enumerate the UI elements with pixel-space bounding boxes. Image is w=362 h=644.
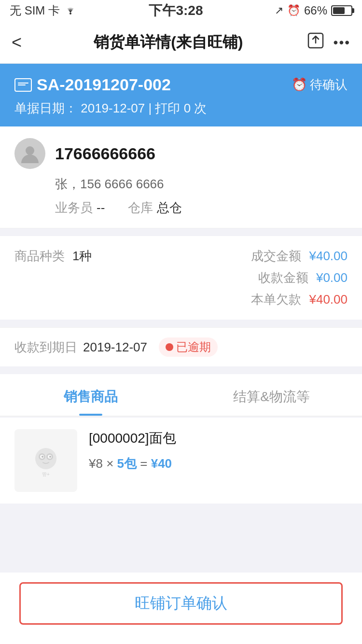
- status-bar: 无 SIM 卡 下午3:28 ↗ ⏰ 66%: [0, 0, 362, 21]
- status-right: ↗ ⏰ 66%: [275, 4, 352, 17]
- product-type-value: 1种: [72, 248, 92, 265]
- order-id: SA-20191207-002: [14, 75, 171, 94]
- amounts-section: 成交金额 ¥40.00 收款金额 ¥0.00 本单欠款 ¥40.00: [251, 248, 348, 308]
- warehouse-value: 总仓: [157, 199, 182, 216]
- carrier-text: 无 SIM 卡: [10, 3, 60, 18]
- customer-card: 17666666666 张，156 6666 6666 业务员 -- 仓库 总仓: [0, 126, 362, 228]
- confirm-btn-container: 旺铺订单确认: [0, 573, 362, 644]
- customer-name: 张，156 6666 6666: [55, 176, 348, 193]
- unit-price: ¥8: [89, 456, 103, 471]
- salesperson-label: 业务员: [55, 199, 93, 216]
- battery-percent: 66%: [304, 4, 327, 17]
- bottom-space: [0, 504, 362, 581]
- warehouse-label: 仓库: [128, 199, 153, 216]
- total-price: ¥40: [151, 456, 172, 471]
- owed-amount-row: 本单欠款 ¥40.00: [251, 291, 348, 308]
- received-value: ¥0.00: [316, 270, 348, 285]
- nav-bar: < 销货单详情(来自旺铺) •••: [0, 21, 362, 64]
- nav-actions: •••: [307, 32, 350, 53]
- overdue-badge: 已逾期: [159, 337, 218, 357]
- tabs-container: 销售商品 结算&物流等: [0, 374, 362, 417]
- deal-amount-value: ¥40.00: [309, 249, 348, 264]
- product-type-section: 商品种类 1种: [14, 248, 92, 265]
- svg-point-9: [42, 456, 43, 458]
- overdue-dot-icon: [166, 343, 173, 351]
- due-date-value: 2019-12-07: [83, 340, 147, 355]
- deal-amount-row: 成交金额 ¥40.00: [251, 248, 348, 265]
- tab-sales-products[interactable]: 销售商品: [0, 374, 181, 416]
- back-button[interactable]: <: [12, 28, 29, 56]
- avatar: [14, 138, 45, 169]
- multiply-sign: ×: [106, 456, 117, 471]
- product-type-label: 商品种类: [14, 248, 65, 265]
- alarm-icon: ⏰: [287, 4, 300, 17]
- more-icon[interactable]: •••: [334, 35, 350, 50]
- share-icon[interactable]: [307, 32, 324, 53]
- svg-text:管+: 管+: [42, 472, 50, 477]
- received-label: 收款金额: [258, 269, 308, 286]
- qty: 5包: [117, 456, 137, 471]
- due-date-label: 收款到期日: [14, 339, 77, 356]
- battery-fill: [333, 7, 345, 14]
- status-time: 下午3:28: [149, 1, 203, 20]
- product-info: [0000002]面包 ¥8 × 5包 = ¥40: [89, 429, 348, 472]
- product-name: [0000002]面包: [89, 429, 348, 448]
- product-price: ¥8 × 5包 = ¥40: [89, 455, 348, 472]
- summary-card: 商品种类 1种 成交金额 ¥40.00 收款金额 ¥0.00 本单欠款 ¥40.…: [0, 236, 362, 320]
- confirm-order-button[interactable]: 旺铺订单确认: [19, 582, 343, 625]
- overdue-text: 已逾期: [176, 339, 211, 355]
- product-section: 管+ [0000002]面包 ¥8 × 5包 = ¥40: [0, 418, 362, 504]
- status-left: 无 SIM 卡: [10, 3, 77, 18]
- battery-icon: [331, 5, 352, 16]
- equals-sign: =: [140, 456, 151, 471]
- product-thumbnail: 管+: [14, 429, 77, 492]
- customer-phone: 17666666666: [55, 144, 155, 163]
- svg-point-4: [35, 448, 56, 469]
- order-status: ⏰ 待确认: [292, 76, 348, 93]
- product-item: 管+ [0000002]面包 ¥8 × 5包 = ¥40: [14, 429, 348, 492]
- svg-point-10: [49, 456, 51, 458]
- location-icon: ↗: [275, 4, 283, 17]
- salesperson-value: --: [97, 200, 105, 215]
- received-amount-row: 收款金额 ¥0.00: [258, 269, 348, 286]
- deal-amount-label: 成交金额: [251, 248, 301, 265]
- owed-value: ¥40.00: [309, 292, 348, 307]
- customer-meta: 业务员 -- 仓库 总仓: [55, 199, 348, 216]
- svg-point-3: [26, 146, 34, 155]
- owed-label: 本单欠款: [251, 291, 301, 308]
- tab-settlement-logistics[interactable]: 结算&物流等: [181, 374, 362, 416]
- summary-main-row: 商品种类 1种 成交金额 ¥40.00 收款金额 ¥0.00 本单欠款 ¥40.…: [14, 248, 348, 308]
- page-title: 销货单详情(来自旺铺): [29, 32, 307, 53]
- wifi-icon: [64, 4, 77, 17]
- order-id-row: SA-20191207-002 ⏰ 待确认: [14, 75, 348, 94]
- customer-row: 17666666666: [14, 138, 348, 169]
- order-date-row: 单据日期： 2019-12-07 | 打印 0 次: [14, 100, 348, 117]
- clock-icon: ⏰: [292, 77, 307, 92]
- svg-point-0: [70, 13, 71, 14]
- due-date-card: 收款到期日 2019-12-07 已逾期: [0, 327, 362, 366]
- order-header: SA-20191207-002 ⏰ 待确认 单据日期： 2019-12-07 |…: [0, 64, 362, 126]
